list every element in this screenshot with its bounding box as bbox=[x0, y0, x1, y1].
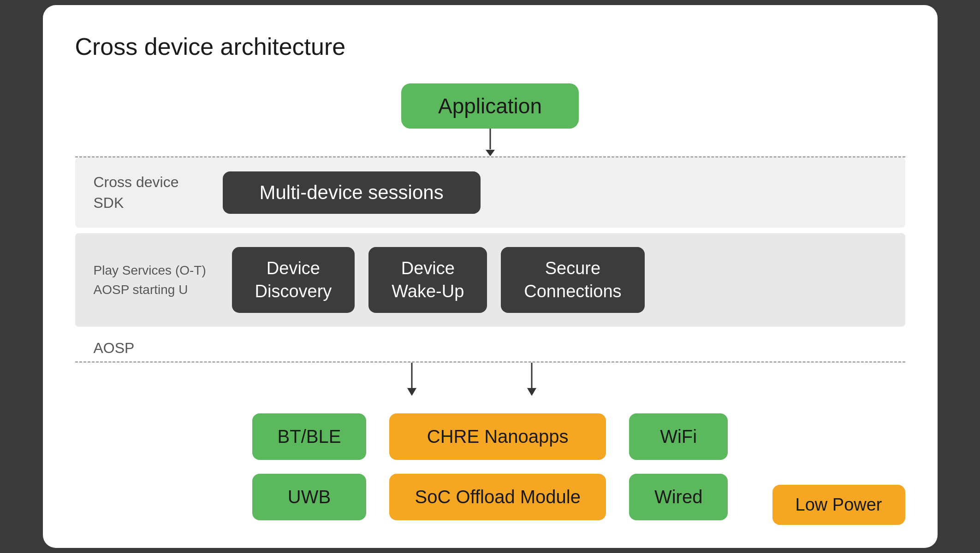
application-wrapper: Application bbox=[75, 83, 905, 129]
diagram: Application Cross device SDK Multi-devic… bbox=[75, 83, 905, 520]
connector-arrows bbox=[283, 363, 698, 400]
app-arrow-down bbox=[75, 129, 905, 156]
svg-marker-3 bbox=[527, 388, 536, 396]
page-title: Cross device architecture bbox=[75, 33, 905, 60]
col-left: BT/BLE UWB bbox=[252, 413, 367, 520]
wired-box: Wired bbox=[629, 474, 728, 520]
device-wakeup-box: Device Wake-Up bbox=[368, 247, 487, 313]
col-right: WiFi Wired bbox=[629, 413, 728, 520]
uwb-box: UWB bbox=[252, 474, 367, 520]
play-services-section: Play Services (O-T) AOSP starting U Devi… bbox=[75, 233, 905, 327]
btble-box: BT/BLE bbox=[252, 413, 367, 460]
sdk-label: Cross device SDK bbox=[94, 172, 195, 213]
soc-box: SoC Offload Module bbox=[389, 474, 606, 520]
sdk-box: Multi-device sessions bbox=[223, 171, 481, 214]
low-power-badge: Low Power bbox=[772, 485, 905, 525]
wifi-box: WiFi bbox=[629, 413, 728, 460]
aosp-label: AOSP bbox=[75, 327, 905, 361]
svg-marker-1 bbox=[407, 388, 416, 396]
play-boxes: Device Discovery Device Wake-Up Secure C… bbox=[232, 247, 645, 313]
application-box: Application bbox=[401, 83, 579, 129]
chre-box: CHRE Nanoapps bbox=[389, 413, 606, 460]
play-label: Play Services (O-T) AOSP starting U bbox=[94, 261, 214, 300]
main-card: Cross device architecture Application Cr… bbox=[43, 5, 938, 548]
sdk-section: Cross device SDK Multi-device sessions bbox=[75, 158, 905, 228]
col-center: CHRE Nanoapps SoC Offload Module bbox=[389, 413, 606, 520]
device-discovery-box: Device Discovery bbox=[232, 247, 355, 313]
secure-connections-box: Secure Connections bbox=[501, 247, 644, 313]
